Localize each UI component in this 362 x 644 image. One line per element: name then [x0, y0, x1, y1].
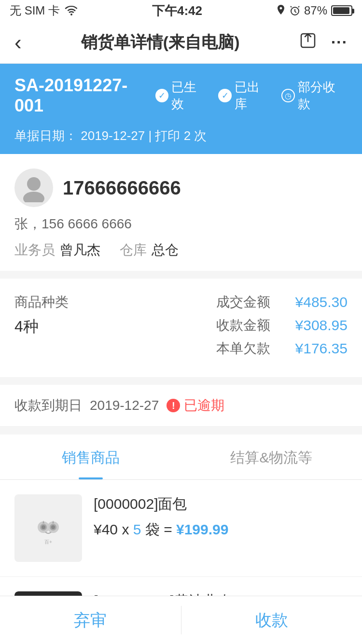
wifi-icon	[65, 6, 78, 15]
check-icon-1: ✓	[155, 89, 169, 102]
customer-header: 17666666666	[14, 168, 348, 207]
order-date-line: 单据日期： 2019-12-27 | 打印 2 次	[14, 127, 348, 144]
overdue-badge: ! 已逾期	[167, 396, 224, 415]
svg-line-4	[298, 6, 299, 7]
product-thumb-icon-1: 百+	[29, 509, 68, 547]
product-item: 百+ [0000002]面包 ¥40 x 5 袋 = ¥199.99	[0, 480, 362, 577]
svg-line-2	[295, 12, 296, 13]
avatar-icon	[19, 173, 48, 202]
tabs: 销售商品 结算&物流等	[0, 434, 362, 480]
nav-actions: ···	[299, 32, 348, 53]
stats-amounts: 成交金额 ¥485.30 收款金额 ¥308.95 本单欠款 ¥176.35	[216, 293, 348, 363]
bottom-bar: 弃审 收款	[0, 596, 362, 644]
customer-section: 17666666666 张，156 6666 6666 业务员 曾凡杰 仓库 总…	[0, 154, 362, 271]
customer-meta: 业务员 曾凡杰 仓库 总仓	[14, 241, 348, 259]
due-label: 收款到期日	[14, 396, 82, 415]
sales-rep-label: 业务员	[14, 241, 55, 259]
tab-settlement[interactable]: 结算&物流等	[181, 434, 362, 479]
amount-label: 成交金额	[216, 293, 270, 311]
status-left: 无 SIM 卡	[10, 3, 78, 18]
check-icon-2: ✓	[218, 89, 232, 102]
received-value: ¥308.95	[280, 317, 348, 334]
status-time: 下午4:42	[152, 2, 202, 19]
share-icon	[299, 32, 317, 49]
avatar	[14, 168, 53, 207]
warehouse-item: 仓库 总仓	[120, 241, 179, 259]
product-name-1: [0000002]面包	[94, 494, 348, 514]
svg-line-3	[291, 6, 292, 7]
location-icon	[276, 5, 286, 16]
type-value: 4种	[14, 316, 69, 337]
warehouse-label: 仓库	[120, 241, 147, 259]
svg-point-6	[27, 177, 41, 191]
clock-icon: ◷	[281, 89, 295, 102]
owed-row: 本单欠款 ¥176.35	[216, 339, 348, 358]
page-title: 销货单详情(来自电脑)	[81, 31, 240, 54]
battery-text: 87%	[304, 4, 327, 17]
due-date-section: 收款到期日 2019-12-27 ! 已逾期	[0, 385, 362, 427]
sales-rep-value: 曾凡杰	[60, 241, 100, 259]
received-label: 收款金额	[216, 316, 270, 335]
confirm-button[interactable]: 收款	[181, 596, 362, 644]
svg-text:百+: 百+	[44, 539, 52, 545]
received-row: 收款金额 ¥308.95	[216, 316, 348, 335]
order-id: SA-20191227-001	[14, 75, 155, 116]
carrier-text: 无 SIM 卡	[10, 3, 60, 18]
product-thumb-1: 百+	[14, 494, 82, 562]
badge-effective: ✓ 已生效	[155, 79, 209, 112]
svg-point-12	[42, 525, 45, 529]
stats-type: 商品种类 4种	[14, 293, 69, 337]
stats-section: 商品种类 4种 成交金额 ¥485.30 收款金额 ¥308.95 本单欠款 ¥…	[0, 279, 362, 377]
status-right: 87%	[276, 4, 352, 17]
amount-value: ¥485.30	[280, 294, 348, 310]
nav-bar: ‹ 销货单详情(来自电脑) ···	[0, 21, 362, 64]
svg-point-7	[23, 192, 44, 202]
type-label: 商品种类	[14, 294, 69, 309]
owed-label: 本单欠款	[216, 339, 270, 358]
status-bar: 无 SIM 卡 下午4:42 87%	[0, 0, 362, 21]
due-date-value: 2019-12-27	[90, 398, 159, 413]
warehouse-value: 总仓	[152, 241, 179, 259]
badge-partial: ◷ 部分收款	[281, 79, 348, 112]
battery-icon	[331, 5, 352, 16]
badge-shipped: ✓ 已出库	[218, 79, 272, 112]
share-button[interactable]	[299, 32, 317, 53]
customer-phone: 17666666666	[63, 177, 181, 199]
product-price-1: ¥40 x 5 袋 = ¥199.99	[94, 520, 348, 540]
sales-rep-item: 业务员 曾凡杰	[14, 241, 100, 259]
cancel-button[interactable]: 弃审	[0, 596, 181, 644]
customer-name: 张，156 6666 6666	[14, 215, 348, 233]
more-button[interactable]: ···	[331, 33, 348, 52]
svg-point-13	[51, 525, 55, 529]
back-button[interactable]: ‹	[14, 30, 22, 55]
overdue-icon: !	[167, 399, 180, 412]
overdue-text: 已逾期	[184, 396, 224, 415]
alarm-icon	[290, 5, 300, 16]
product-info-1: [0000002]面包 ¥40 x 5 袋 = ¥199.99	[94, 494, 348, 540]
order-header: SA-20191227-001 ✓ 已生效 ✓ 已出库 ◷ 部分收款 单据日期：…	[0, 64, 362, 154]
order-badges: ✓ 已生效 ✓ 已出库 ◷ 部分收款	[155, 79, 348, 112]
amount-row: 成交金额 ¥485.30	[216, 293, 348, 311]
tab-sales-products[interactable]: 销售商品	[0, 434, 181, 479]
owed-value: ¥176.35	[280, 340, 348, 357]
